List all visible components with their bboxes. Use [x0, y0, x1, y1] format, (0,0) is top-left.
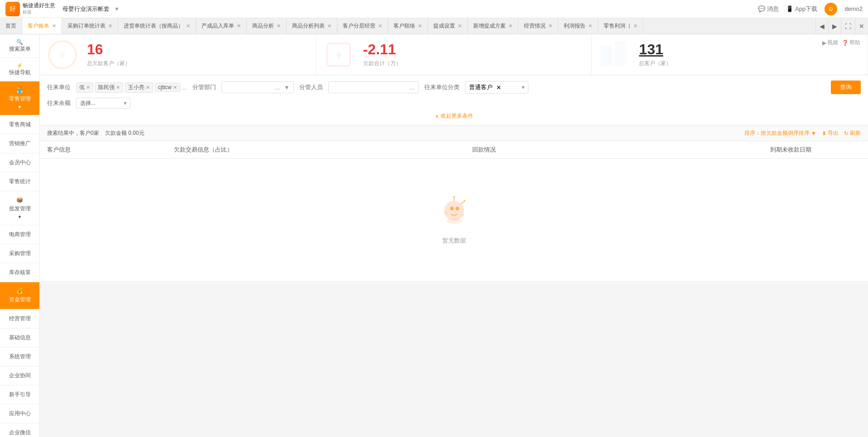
- avatar[interactable]: D: [825, 3, 837, 15]
- filter-tag-1-close[interactable]: ✕: [116, 85, 120, 90]
- tab-purchase-order-close[interactable]: ✕: [108, 23, 112, 29]
- sidebar-search-menu[interactable]: 🔍 搜索菜单: [0, 34, 39, 58]
- tab-customer-tier-close[interactable]: ✕: [378, 23, 382, 29]
- filter-tag-3[interactable]: cjttcw ✕: [155, 83, 180, 92]
- tab-operations[interactable]: 经营情况 ✕: [518, 18, 558, 34]
- tab-operations-close[interactable]: ✕: [548, 23, 552, 29]
- tab-prev-btn[interactable]: ◀: [815, 18, 828, 34]
- person-more-dots[interactable]: ...: [409, 84, 415, 91]
- sidebar-item-basic[interactable]: 基础信息: [0, 328, 39, 347]
- tab-product-analysis-list-close[interactable]: ✕: [327, 23, 331, 29]
- tab-customer-cost-close[interactable]: ✕: [52, 23, 56, 29]
- sidebar-item-appstore[interactable]: 应用中心: [0, 404, 39, 423]
- tab-retail-profit[interactable]: 零售利润（ ✕: [598, 18, 643, 34]
- category-clear[interactable]: ✕: [496, 84, 501, 91]
- tab-fullscreen-btn[interactable]: ⛶: [841, 18, 855, 34]
- tab-next-btn[interactable]: ▶: [828, 18, 841, 34]
- sidebar-item-ecommerce[interactable]: 电商管理: [0, 225, 39, 244]
- sidebar-item-retail-shop-label: 零售商城: [9, 121, 31, 128]
- sidebar-item-newbie[interactable]: 新手引导: [0, 385, 39, 404]
- tab-close-all-btn[interactable]: ✕: [855, 18, 868, 34]
- stat2-label: 欠款合计（万）: [363, 60, 401, 67]
- sidebar-item-retail-stat[interactable]: 零售统计: [0, 172, 39, 191]
- tab-customer-contact-close[interactable]: ✕: [418, 23, 422, 29]
- tab-purchase-stat[interactable]: 进货单统计表（按商品） ✕: [118, 18, 196, 34]
- export-btn[interactable]: ⬇ 导出: [822, 129, 839, 137]
- sidebar-item-wecom-label: 企业微信: [9, 429, 31, 437]
- sidebar-item-marketing[interactable]: 营销推广: [0, 134, 39, 153]
- collapse-label: 收起更多条件: [441, 112, 473, 120]
- sidebar-item-wholesale[interactable]: 📦 批发管理 ▼: [0, 191, 39, 225]
- dept-more-dots[interactable]: ...: [275, 84, 280, 91]
- sidebar-item-corp[interactable]: 企业协同: [0, 366, 39, 385]
- dept-input[interactable]: ... ▼: [221, 81, 294, 93]
- svg-point-8: [450, 207, 454, 210]
- sidebar-item-basic-label: 基础信息: [9, 334, 31, 342]
- tab-promote-settings-label: 提成设置: [433, 22, 455, 30]
- tab-product-inbound[interactable]: 产成品入库单 ✕: [196, 18, 247, 34]
- tab-product-analysis[interactable]: 商品分析 ✕: [247, 18, 287, 34]
- query-button[interactable]: 查询: [831, 81, 861, 94]
- filter-tag-2-close[interactable]: ✕: [146, 85, 150, 90]
- stat1-bg: ¥: [40, 34, 85, 75]
- filter-tag-2[interactable]: 王小亮 ✕: [125, 82, 153, 93]
- filter-row-1: 往来单位 佤 ✕ 陈民强 ✕ 王小亮 ✕ cjttcw: [47, 81, 861, 94]
- sidebar-item-ops[interactable]: 经营管理: [0, 309, 39, 328]
- tab-promote-settings-close[interactable]: ✕: [458, 23, 462, 29]
- tab-customer-contact[interactable]: 客户联络 ✕: [388, 18, 428, 34]
- sidebar-quick-nav[interactable]: ⚡ 快捷导航: [0, 58, 39, 81]
- tab-new-promote-close[interactable]: ✕: [508, 23, 513, 29]
- tab-retail-profit-close[interactable]: ✕: [633, 23, 638, 29]
- col-repayment: 回款情况: [472, 146, 771, 154]
- tab-profit-report-close[interactable]: ✕: [588, 23, 592, 29]
- category-value: 普通客户: [469, 83, 493, 91]
- tab-product-analysis-list[interactable]: 商品分析列表 ✕: [287, 18, 337, 34]
- filter-collapse-btn[interactable]: ∧ 收起更多条件: [435, 112, 473, 120]
- filter-tag-0[interactable]: 佤 ✕: [76, 82, 93, 93]
- filter-tag-0-close[interactable]: ✕: [86, 85, 90, 90]
- sidebar-item-member[interactable]: 会员中心: [0, 153, 39, 172]
- tab-purchase-stat-close[interactable]: ✕: [186, 23, 190, 29]
- sidebar-item-retail[interactable]: 🏪 零售管理 ▼: [0, 81, 39, 115]
- account-dropdown[interactable]: 母婴行业演示帐套 ▼: [62, 5, 120, 13]
- filter-tags: 佤 ✕ 陈民强 ✕ 王小亮 ✕ cjttcw ✕ ...: [76, 82, 187, 93]
- col-due-date: 到期未收款日期: [770, 146, 861, 154]
- stats-row: ¥ 16 总欠款客户（家） ✚ -2.11 欠款合计（万）: [40, 34, 868, 75]
- tab-customer-contact-label: 客户联络: [393, 22, 415, 30]
- stat-helpers: ▶ 视频 ❓ 帮助: [822, 39, 860, 47]
- help-btn[interactable]: ❓ 帮助: [842, 39, 860, 47]
- tab-purchase-order[interactable]: 采购订单统计表 ✕: [62, 18, 118, 34]
- video-btn[interactable]: ▶ 视频: [822, 39, 838, 47]
- message-btn[interactable]: 💬 消息: [758, 5, 779, 13]
- sidebar-item-wecom[interactable]: 企业微信: [0, 423, 39, 437]
- person-input[interactable]: ...: [328, 81, 419, 93]
- sidebar-item-sys-label: 系统管理: [9, 353, 31, 361]
- sidebar-item-retail-shop[interactable]: 零售商城: [0, 115, 39, 134]
- tab-profit-report[interactable]: 利润报告 ✕: [558, 18, 598, 34]
- logo-area: 好 畅捷通好生意 标版 母婴行业演示帐套 ▼: [5, 2, 120, 16]
- balance-select[interactable]: 选择...: [76, 98, 130, 109]
- filter-tag-1[interactable]: 陈民强 ✕: [95, 82, 123, 93]
- sidebar-item-finance[interactable]: 💰 资金管理: [0, 282, 39, 309]
- logo-icon: 好: [5, 2, 20, 16]
- tab-customer-cost[interactable]: 客户账本 ✕: [22, 18, 62, 34]
- export-icon: ⬇: [822, 130, 826, 137]
- sidebar-item-sys[interactable]: 系统管理: [0, 347, 39, 366]
- stat-total-customers: ¥ 16 总欠款客户（家）: [40, 34, 316, 75]
- filter-more-btn[interactable]: ...: [182, 84, 187, 91]
- tab-customer-tier[interactable]: 客户分层经营 ✕: [337, 18, 388, 34]
- app-download-btn[interactable]: 📱 App下载: [786, 5, 817, 13]
- tab-new-promote[interactable]: 新增提成方案 ✕: [468, 18, 518, 34]
- tab-promote-settings[interactable]: 提成设置 ✕: [428, 18, 468, 34]
- sidebar-item-purchase[interactable]: 采购管理: [0, 244, 39, 263]
- stat3-content: 131 总客户（家）: [639, 42, 671, 67]
- stat2-content: -2.11 欠款合计（万）: [363, 42, 401, 67]
- tab-product-inbound-close[interactable]: ✕: [237, 23, 241, 29]
- filter-tag-3-close[interactable]: ✕: [173, 85, 177, 90]
- tab-product-analysis-close[interactable]: ✕: [277, 23, 281, 29]
- sidebar-item-inventory[interactable]: 库存核算: [0, 263, 39, 282]
- logo-text-wrap: 畅捷通好生意 标版: [23, 2, 55, 16]
- tab-home[interactable]: 首页: [0, 18, 22, 34]
- refresh-btn[interactable]: ↻ 刷新: [844, 129, 861, 137]
- category-input[interactable]: 普通客户 ✕ ▼: [465, 81, 528, 94]
